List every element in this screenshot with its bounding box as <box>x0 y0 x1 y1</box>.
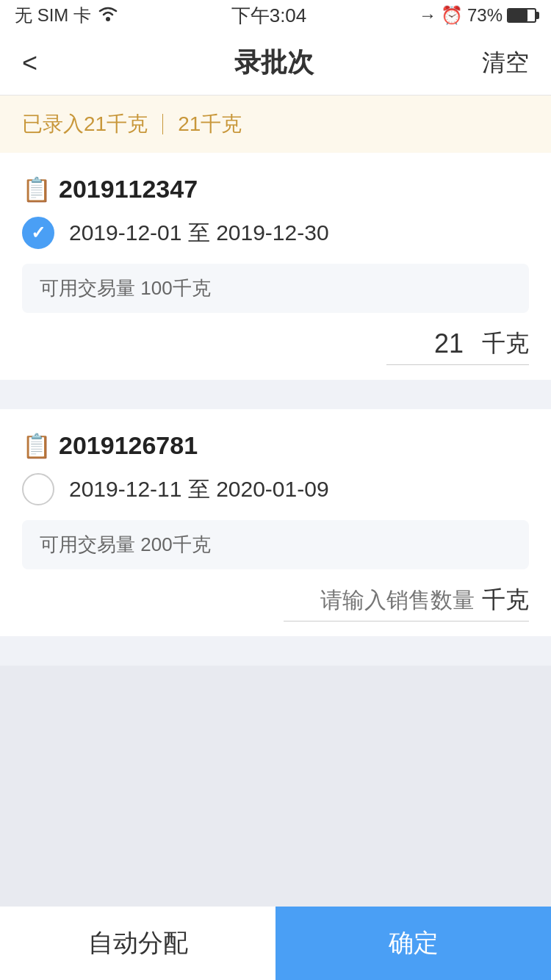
auto-distribute-button[interactable]: 自动分配 <box>0 907 276 980</box>
section-divider-2 <box>0 651 551 666</box>
amount-unit-2: 千克 <box>482 584 529 616</box>
entered-label: 已录入21千克 <box>22 110 148 138</box>
batch-card-1: 📋 2019112347 2019-12-01 至 2019-12-30 可用交… <box>0 153 551 380</box>
batch-icon-1: 📋 <box>22 176 51 203</box>
battery-percent: 73% <box>467 5 503 26</box>
summary-banner: 已录入21千克 21千克 <box>0 96 551 153</box>
amount-input-2[interactable] <box>284 588 475 613</box>
confirm-button[interactable]: 确定 <box>276 907 551 980</box>
batch-date-row-1: 2019-12-01 至 2019-12-30 <box>22 217 529 249</box>
batch-id-2: 2019126781 <box>59 431 198 460</box>
amount-input-1[interactable] <box>386 328 475 359</box>
batch-card-2-inner: 📋 2019126781 2019-12-11 至 2020-01-09 可用交… <box>0 409 551 569</box>
batch-amount-row-2: 千克 <box>0 569 551 636</box>
main-content: 📋 2019112347 2019-12-01 至 2019-12-30 可用交… <box>0 153 551 980</box>
status-time: 下午3:04 <box>231 3 307 29</box>
battery-icon <box>507 8 536 23</box>
batch-date-1: 2019-12-01 至 2019-12-30 <box>69 218 329 248</box>
batch-date-row-2: 2019-12-11 至 2020-01-09 <box>22 473 529 505</box>
batch-id-1: 2019112347 <box>59 175 198 203</box>
section-divider-1 <box>0 394 551 409</box>
batch-quota-2: 可用交易量 200千克 <box>22 520 529 569</box>
location-icon: → <box>419 5 436 26</box>
batch-id-row-1: 📋 2019112347 <box>22 175 529 203</box>
batch-card-1-inner: 📋 2019112347 2019-12-01 至 2019-12-30 可用交… <box>0 153 551 313</box>
batch-icon-2: 📋 <box>22 432 51 460</box>
amount-unit-1: 千克 <box>482 328 529 360</box>
amount-underline-1: 千克 <box>386 328 529 365</box>
batch-amount-row-1: 千克 <box>0 313 551 380</box>
batch-card-2: 📋 2019126781 2019-12-11 至 2020-01-09 可用交… <box>0 409 551 636</box>
svg-point-0 <box>106 17 110 21</box>
amount-underline-2: 千克 <box>284 584 529 621</box>
carrier-label: 无 SIM 卡 <box>15 4 91 27</box>
summary-divider <box>162 114 163 134</box>
clear-button[interactable]: 清空 <box>482 47 529 79</box>
alarm-icon: ⏰ <box>441 5 463 26</box>
batch-quota-1: 可用交易量 100千克 <box>22 264 529 313</box>
status-right: → ⏰ 73% <box>419 5 536 26</box>
summary-value: 21千克 <box>178 110 242 138</box>
status-bar: 无 SIM 卡 下午3:04 → ⏰ 73% <box>0 0 551 31</box>
batch-date-2: 2019-12-11 至 2020-01-09 <box>69 475 329 505</box>
bottom-bar: 自动分配 确定 <box>0 907 551 980</box>
page-title: 录批次 <box>234 45 314 81</box>
batch-id-row-2: 📋 2019126781 <box>22 431 529 460</box>
batch-checkbox-2[interactable] <box>22 473 54 505</box>
batch-checkbox-1[interactable] <box>22 217 54 249</box>
nav-bar: < 录批次 清空 <box>0 31 551 96</box>
wifi-icon <box>97 5 119 26</box>
status-left: 无 SIM 卡 <box>15 4 119 27</box>
back-button[interactable]: < <box>22 48 66 79</box>
